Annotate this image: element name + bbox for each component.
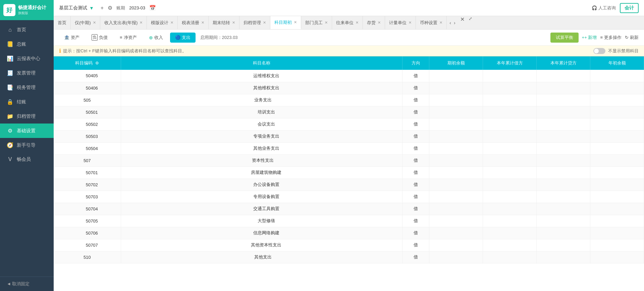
tab-unit[interactable]: 往来单位 ✕ [332, 16, 363, 29]
cell-balance [429, 130, 483, 142]
sidebar-item-invoice[interactable]: 🧾 发票管理 [0, 66, 54, 80]
cell-credit [537, 94, 590, 106]
tab-close-icon[interactable]: ✕ [325, 20, 328, 25]
col-credit-label: 本年累计贷方 [550, 60, 577, 65]
tab-taxclear[interactable]: 税表清册 ✕ [178, 16, 209, 29]
sidebar-item-guide[interactable]: 🧭 新手引导 [0, 138, 54, 152]
tab-close-icon[interactable]: ✕ [140, 20, 143, 25]
table-row[interactable]: 50705大型修缮借 [54, 215, 644, 227]
tab-prev-icon[interactable]: ‹ [449, 20, 452, 26]
tab-template[interactable]: 模版设计 ✕ [147, 16, 178, 29]
tab-close-icon[interactable]: ✕ [439, 20, 442, 25]
more-button[interactable]: ≡ 更多操作 [600, 35, 622, 41]
sidebar-item-ledger[interactable]: 📒 总账 [0, 37, 54, 51]
col-header-balance: 期初余额 [429, 56, 483, 70]
filter-tab-liability[interactable]: 负 负债 [87, 32, 113, 43]
refresh-button[interactable]: ↻ 刷新 [625, 35, 639, 41]
company-selector[interactable]: 基层工会测试 ▼ [59, 5, 94, 11]
table-row[interactable]: 50503专项业务支出借 [54, 130, 644, 142]
company-arrow-icon: ▼ [89, 5, 94, 11]
top-bar: 基层工会测试 ▼ + ⚙ 账期 2023-03 📅 🎧 人工咨询 会计 [54, 0, 644, 16]
cell-direction: 借 [402, 251, 429, 263]
cell-annual [590, 251, 644, 263]
tab-home[interactable]: 首页 [54, 16, 71, 29]
table-row[interactable]: 50703专用设备购置借 [54, 191, 644, 203]
tab-income[interactable]: 收入支出表(年报) ✕ [100, 16, 147, 29]
close-all-tabs-icon[interactable]: ✕ [458, 16, 467, 29]
table-row[interactable]: 50406其他维权支出借 [54, 82, 644, 94]
sidebar-item-tax[interactable]: 📑 税务管理 [0, 80, 54, 95]
filter-tab-asset[interactable]: 🏦 资产 [59, 33, 85, 43]
table-row[interactable]: 50706信息网络购建借 [54, 227, 644, 239]
tab-close-icon[interactable]: ✕ [170, 20, 173, 25]
col-header-code: 科目编码 ⚙ [54, 56, 121, 70]
sidebar-logo: 好 畅捷通好会计 旗舰版 [0, 0, 54, 20]
sidebar-item-home[interactable]: ⌂ 首页 [0, 23, 54, 37]
tab-close-icon[interactable]: ✕ [356, 20, 359, 25]
table-row[interactable]: 50701房屋建筑物购建借 [54, 166, 644, 179]
table-row[interactable]: 505业务支出借 [54, 94, 644, 106]
col-settings-icon[interactable]: ⚙ [95, 61, 99, 65]
cell-credit [537, 70, 590, 82]
tab-currency[interactable]: 币种设置 ✕ [416, 16, 447, 29]
tab-filing[interactable]: 归档管理 ✕ [239, 16, 270, 29]
tab-subject[interactable]: 科目期初 ✕ [270, 16, 301, 29]
cell-balance [429, 166, 483, 179]
table-row[interactable]: 510其他支出借 [54, 251, 644, 263]
table-row[interactable]: 50501培训支出借 [54, 106, 644, 118]
tab-close-icon[interactable]: ✕ [93, 20, 96, 25]
tab-period[interactable]: 仅(中期) ✕ [71, 16, 100, 29]
add-button[interactable]: + + 新增 [582, 35, 597, 41]
cell-credit [537, 118, 590, 130]
tab-next-icon[interactable]: › [453, 20, 456, 26]
cell-annual [590, 191, 644, 203]
support-button[interactable]: 🎧 人工咨询 [592, 5, 616, 11]
table-row[interactable]: 50704交通工具购置借 [54, 203, 644, 215]
toggle-disabled-subjects[interactable] [593, 48, 605, 54]
more-label: 更多操作 [604, 35, 622, 41]
tab-close-icon[interactable]: ✕ [409, 20, 412, 25]
cell-code: 50705 [54, 215, 121, 227]
sidebar-item-member[interactable]: V 畅会员 [0, 152, 54, 166]
add-label: + 新增 [584, 35, 597, 41]
cell-direction: 借 [402, 227, 429, 239]
table-row[interactable]: 50504其他业务支出借 [54, 142, 644, 154]
table-row[interactable]: 50707其他资本性支出借 [54, 239, 644, 251]
cell-credit [537, 166, 590, 179]
add-company-icon[interactable]: + [101, 5, 104, 11]
table-row[interactable]: 507资本性支出借 [54, 154, 644, 166]
cell-direction: 借 [402, 106, 429, 118]
logo-main: 畅捷通好会计 [18, 5, 46, 11]
sidebar-item-archive[interactable]: 📁 归档管理 [0, 109, 54, 124]
sidebar-item-report[interactable]: 📊 云报表中心 [0, 51, 54, 66]
tab-close-icon[interactable]: ✕ [263, 20, 266, 25]
sidebar-item-close[interactable]: 🔒 结账 [0, 95, 54, 109]
cell-annual [590, 82, 644, 94]
table-row[interactable]: 50405运维维权支出借 [54, 70, 644, 82]
table-body: 50405运维维权支出借50406其他维权支出借505业务支出借50501培训支… [54, 70, 644, 263]
tab-close-icon[interactable]: ✕ [294, 20, 297, 25]
sidebar-collapse[interactable]: ◄ 取消固定 [0, 277, 54, 291]
account-button[interactable]: 会计 [620, 3, 639, 13]
table-row[interactable]: 50502会议支出借 [54, 118, 644, 130]
filter-tab-expense[interactable]: 🔵 支出 [170, 33, 196, 43]
sidebar-item-basic[interactable]: ⚙ 基础设置 [0, 124, 54, 138]
tab-yearend[interactable]: 期末结转 ✕ [209, 16, 239, 29]
settings-icon[interactable]: ⚙ [108, 5, 112, 11]
cell-code: 50501 [54, 106, 121, 118]
tab-dept[interactable]: 部门员工 ✕ [301, 16, 332, 29]
cell-name: 大型修缮 [121, 215, 402, 227]
period-info: 启用期间：2023.03 [200, 35, 238, 41]
table-row[interactable]: 50702办公设备购置借 [54, 179, 644, 191]
tab-close-icon[interactable]: ✕ [378, 20, 381, 25]
tab-measure[interactable]: 计量单位 ✕ [385, 16, 416, 29]
filter-tab-netasset[interactable]: ≡ 净资产 [115, 33, 142, 43]
tab-close-icon[interactable]: ✕ [232, 20, 235, 25]
calendar-icon[interactable]: 📅 [149, 5, 156, 11]
tab-inventory[interactable]: 存货 ✕ [363, 16, 385, 29]
cell-debit [483, 166, 537, 179]
expand-icon[interactable]: ⤢ [467, 16, 474, 29]
balance-button[interactable]: 试算平衡 [550, 33, 579, 43]
filter-tab-income[interactable]: ⊕ 收入 [144, 33, 168, 43]
tab-close-icon[interactable]: ✕ [201, 20, 204, 25]
